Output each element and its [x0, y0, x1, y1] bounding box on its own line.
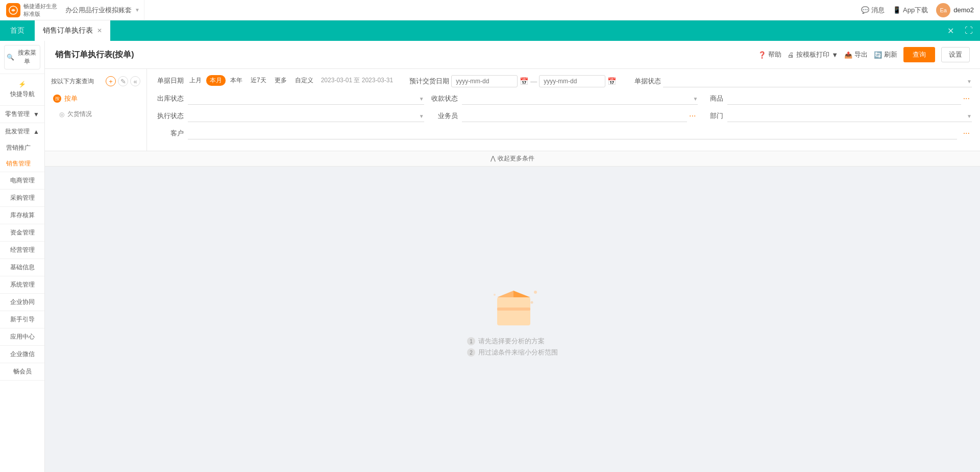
page-title: 销售订单执行表(按单): [55, 50, 134, 60]
sidebar-item-member[interactable]: 畅会员: [0, 363, 44, 381]
payment-status-select[interactable]: [462, 92, 698, 105]
sidebar-section-wholesale: 批发管理 ▲ 营销推广 销售管理: [0, 123, 44, 172]
settings-button[interactable]: 设置: [941, 47, 970, 62]
app-name-text: 办公用品行业模拟账套: [65, 6, 132, 15]
execution-status-select[interactable]: [188, 110, 424, 122]
department-select[interactable]: [727, 110, 972, 122]
logo-icon: [6, 3, 20, 17]
expected-date-start[interactable]: [451, 75, 518, 87]
tab-bar: 首页 销售订单执行表 ✕ ✕ ⛶: [0, 20, 980, 41]
export-button[interactable]: 📤 导出: [844, 50, 868, 59]
download-button[interactable]: 📱 App下载: [893, 6, 928, 15]
date-range-display: 2023-03-01 至 2023-03-31: [321, 76, 393, 85]
print-chevron-icon: ▼: [831, 51, 838, 59]
retail-chevron-icon: ▼: [33, 111, 39, 118]
sidebar-item-wholesale[interactable]: 批发管理 ▲: [0, 123, 44, 140]
sidebar-item-basic-info[interactable]: 基础信息: [0, 259, 44, 276]
expected-date-label: 预计交货日期: [409, 77, 449, 86]
quick-nav-icon: ⚡: [18, 81, 26, 88]
expected-date-group: 预计交货日期 📅 — 📅: [409, 75, 616, 87]
plan-item-by-order[interactable]: 按 按单: [45, 90, 146, 107]
product-input[interactable]: [727, 92, 961, 105]
expected-date-end[interactable]: [539, 75, 605, 87]
department-select-wrapper: ▼: [727, 110, 972, 122]
sidebar-item-marketing[interactable]: 营销推广: [0, 140, 44, 156]
sidebar-item-system[interactable]: 系统管理: [0, 276, 44, 294]
sidebar-item-retail[interactable]: 零售管理 ▼: [0, 106, 44, 123]
salesperson-dots-icon[interactable]: ···: [687, 110, 698, 122]
filter-plan-actions: + ✎ «: [106, 76, 140, 86]
sidebar-item-tutorial[interactable]: 新手引导: [0, 311, 44, 328]
date-tab-last-month[interactable]: 上月: [186, 75, 205, 86]
svg-rect-2: [497, 308, 530, 311]
edit-plan-button[interactable]: ✎: [118, 76, 128, 86]
sidebar-item-app-center[interactable]: 应用中心: [0, 328, 44, 346]
refresh-button[interactable]: 🔄 刷新: [874, 50, 897, 59]
date-tab-more[interactable]: 更多: [271, 75, 290, 86]
add-plan-button[interactable]: +: [106, 76, 116, 86]
tab-home[interactable]: 首页: [0, 20, 35, 41]
date-tab-this-year[interactable]: 本年: [227, 75, 246, 86]
collapse-filters-button[interactable]: ⋀ 收起更多条件: [45, 151, 980, 166]
sidebar-item-operation[interactable]: 经营管理: [0, 242, 44, 259]
collapse-plan-button[interactable]: «: [130, 76, 140, 86]
execution-status-select-wrapper: ▼: [188, 110, 424, 122]
user-avatar: Ea: [936, 3, 950, 17]
product-dots-icon[interactable]: ···: [961, 92, 972, 105]
date-range-calendar-icon-1: 📅: [520, 77, 528, 85]
sidebar-search-button[interactable]: 🔍 搜索菜单: [4, 45, 40, 69]
delivery-status-group: 出库状态 ▼: [155, 92, 424, 105]
sidebar-quick-nav[interactable]: ⚡ 快捷导航: [0, 74, 44, 106]
date-tab-custom[interactable]: 自定义: [291, 75, 317, 86]
department-group: 部门 ▼: [703, 110, 972, 122]
date-tab-7days[interactable]: 近7天: [247, 75, 270, 86]
window-close-icon[interactable]: ✕: [943, 23, 958, 38]
help-button[interactable]: ❓ 帮助: [758, 50, 781, 59]
salesperson-input[interactable]: [462, 110, 687, 122]
sidebar-item-quick-nav[interactable]: ⚡ 快捷导航: [0, 77, 44, 102]
execution-status-label: 执行状态: [155, 111, 184, 121]
empty-hint-list: 1 请先选择要分析的方案 2 用过滤条件来缩小分析范围: [467, 337, 558, 359]
filter-row-3: 执行状态 ▼ 业务员 ···: [155, 110, 972, 122]
date-label: 单据日期: [155, 76, 184, 85]
hint-item-1: 1 请先选择要分析的方案: [467, 337, 558, 346]
sidebar-section-retail: 零售管理 ▼: [0, 106, 44, 123]
logo-text: 畅捷通好生意 标准版: [23, 3, 57, 17]
top-header: 畅捷通好生意 标准版 办公用品行业模拟账套 ▼ 💬 消息 📱 App下载 Ea …: [0, 0, 980, 20]
order-status-select[interactable]: [663, 75, 972, 87]
tab-bar-right: ✕ ⛶: [943, 23, 980, 38]
delivery-status-select-wrapper: ▼: [188, 92, 424, 105]
date-tab-this-month[interactable]: 本月: [206, 75, 226, 86]
sidebar-item-ecommerce[interactable]: 电商管理: [0, 172, 44, 190]
customer-label: 客户: [155, 129, 184, 138]
sidebar-item-cooperation[interactable]: 企业协同: [0, 294, 44, 311]
app-name-selector[interactable]: 办公用品行业模拟账套 ▼: [61, 0, 144, 20]
customer-input[interactable]: [188, 127, 957, 139]
refresh-icon: 🔄: [874, 51, 882, 59]
sidebar-item-enterprise-wechat[interactable]: 企业微信: [0, 346, 44, 363]
header-left: 畅捷通好生意 标准版 办公用品行业模拟账套 ▼: [6, 0, 144, 20]
payment-status-select-wrapper: ▼: [462, 92, 698, 105]
sidebar-item-sales-management[interactable]: 销售管理: [0, 156, 44, 172]
tab-sales-order[interactable]: 销售订单执行表 ✕: [35, 20, 110, 41]
messages-button[interactable]: 💬 消息: [861, 6, 885, 15]
collapse-icon: ⋀: [491, 155, 497, 162]
sidebar-item-finance[interactable]: 资金管理: [0, 224, 44, 242]
delivery-status-select[interactable]: [188, 92, 424, 105]
print-button[interactable]: 🖨 按模板打印 ▼: [788, 50, 838, 59]
window-maximize-icon[interactable]: ⛶: [962, 23, 976, 38]
hint-num-1: 1: [467, 337, 475, 345]
sidebar: 🔍 搜索菜单 ⚡ 快捷导航 零售管理 ▼ 批发管理 ▲ 营销推广: [0, 41, 45, 472]
sidebar-item-inventory[interactable]: 库存核算: [0, 207, 44, 224]
filter-conditions: 单据日期 上月 本月 本年 近7天 更多 自定义 2023-03-01 至 20…: [147, 69, 980, 151]
plan-item-shortage[interactable]: ◎ 欠货情况: [45, 107, 146, 122]
tab-close-icon[interactable]: ✕: [97, 27, 102, 34]
download-icon: 📱: [893, 6, 901, 14]
payment-status-label: 收款状态: [429, 94, 458, 103]
filter-panel-inner: 按以下方案查询 + ✎ «: [45, 69, 980, 151]
user-info[interactable]: Ea demo2: [936, 3, 974, 17]
sidebar-item-purchase[interactable]: 采购管理: [0, 190, 44, 207]
date-tabs: 上月 本月 本年 近7天 更多 自定义: [186, 75, 317, 86]
query-button[interactable]: 查询: [903, 47, 935, 62]
customer-dots-icon[interactable]: ···: [961, 127, 972, 139]
